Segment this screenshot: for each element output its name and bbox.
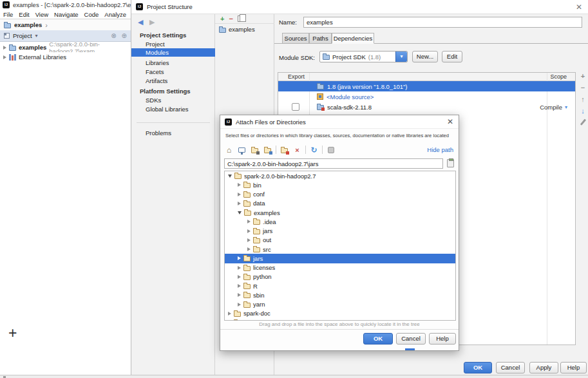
new-sdk-button[interactable]: New... (412, 51, 438, 62)
resize-grip[interactable] (405, 348, 415, 350)
cancel-button[interactable]: Cancel (396, 333, 426, 345)
tree-item-python[interactable]: python (225, 272, 455, 281)
dependency-row-module-source[interactable]: <Module source> (278, 91, 575, 102)
sidebar-item-sdks[interactable]: SDKs (131, 96, 215, 104)
tree-item-jars[interactable]: jars (225, 227, 455, 236)
sidebar-item-global-libraries[interactable]: Global Libraries (131, 105, 215, 113)
tab-dependencies[interactable]: Dependencies (332, 33, 374, 44)
back-arrow-icon[interactable]: ◀ (138, 18, 143, 26)
expand-arrow-icon[interactable] (247, 220, 251, 223)
collapse-arrow-icon[interactable] (228, 175, 232, 178)
show-hidden-icon[interactable] (326, 145, 336, 155)
tree-item-data[interactable]: data (225, 199, 455, 208)
clipboard-icon[interactable] (447, 159, 454, 167)
expand-arrow-icon[interactable] (238, 202, 241, 205)
tree-item-spark-2.0.0-bin-hadoop2.7[interactable]: spark-2.0.0-bin-hadoop2.7 (225, 171, 455, 180)
dependency-row-jdk[interactable]: 1.8 (java version "1.8.0_101") (278, 81, 575, 91)
close-icon[interactable]: ✕ (576, 3, 582, 12)
expand-arrow-icon[interactable] (247, 247, 251, 251)
edit-sdk-button[interactable]: Edit (442, 51, 462, 62)
menu-file[interactable]: File (3, 11, 13, 18)
move-down-icon[interactable]: ↓ (578, 107, 587, 115)
breadcrumb-item[interactable]: examples (14, 21, 42, 28)
tree-item-spark-doc[interactable]: spark-doc (225, 309, 455, 318)
tree-item-src[interactable]: src (225, 245, 455, 254)
dependency-row-scala-sdk[interactable]: scala-sdk-2.11.8 Compile ▾ (278, 102, 575, 112)
expand-arrow-icon[interactable] (3, 55, 6, 59)
project-panel-title[interactable]: Project (13, 32, 32, 39)
scope-select[interactable]: Compile ▾ (540, 104, 567, 111)
tab-paths[interactable]: Paths (309, 33, 332, 44)
project-tree-item-examples[interactable]: examples C:\spark-2.0.0-bin-hadoop2.7\ex… (0, 43, 131, 52)
cancel-button[interactable]: Cancel (496, 362, 525, 373)
apply-button[interactable]: Apply (529, 362, 558, 373)
new-folder-icon[interactable] (250, 145, 260, 155)
add-icon[interactable]: + (220, 15, 224, 23)
expand-arrow-icon[interactable] (3, 46, 6, 50)
tree-item-jars[interactable]: jars (225, 254, 455, 263)
tree-item-sbin[interactable]: sbin (225, 290, 455, 299)
ok-button[interactable]: OK (363, 333, 393, 345)
menu-navigate[interactable]: Navigate (54, 11, 79, 18)
delete-icon[interactable]: × (292, 145, 302, 155)
sidebar-item-modules[interactable]: Modules (131, 48, 215, 57)
ok-button[interactable]: OK (464, 362, 492, 373)
remove-icon[interactable]: − (578, 84, 587, 91)
export-checkbox[interactable] (292, 103, 299, 111)
refresh-icon[interactable]: ↻ (309, 145, 319, 155)
expand-arrow-icon[interactable] (247, 238, 251, 242)
tree-item-partial[interactable] (225, 318, 455, 321)
tree-item-.idea[interactable]: .idea (225, 217, 455, 226)
desktop-icon[interactable] (237, 145, 247, 155)
hide-path-link[interactable]: Hide path (427, 146, 453, 153)
sidebar-item-problems[interactable]: Problems (131, 129, 215, 137)
expand-arrow-icon[interactable] (228, 312, 231, 316)
sidebar-item-artifacts[interactable]: Artifacts (131, 77, 215, 85)
tree-item-bin[interactable]: bin (225, 180, 455, 189)
tree-item-conf[interactable]: conf (225, 190, 455, 199)
menu-edit[interactable]: Edit (19, 11, 29, 18)
expand-arrow-icon[interactable] (238, 183, 241, 187)
chevron-down-icon[interactable]: ▾ (35, 33, 38, 39)
tree-item-examples[interactable]: examples (225, 208, 455, 217)
name-input[interactable]: examples (303, 17, 582, 28)
close-icon[interactable]: ✕ (447, 117, 453, 126)
tree-item-yarn[interactable]: yarn (225, 300, 455, 309)
expand-arrow-icon[interactable] (238, 275, 241, 279)
sidebar-item-libraries[interactable]: Libraries (131, 59, 215, 67)
menu-code[interactable]: Code (84, 11, 99, 18)
move-up-icon[interactable]: ↑ (578, 95, 587, 103)
expand-arrow-icon[interactable] (238, 303, 241, 307)
expand-arrow-icon[interactable] (238, 256, 241, 260)
edit-icon[interactable] (578, 118, 587, 127)
tree-item-licenses[interactable]: licenses (225, 263, 455, 272)
close-circle-icon[interactable]: ⊗ (111, 33, 116, 39)
menu-analyze[interactable]: Analyze (104, 11, 126, 18)
help-button[interactable]: Help (429, 333, 456, 345)
module-sdk-select[interactable]: Project SDK (1.8) ▾ (319, 51, 408, 62)
expand-arrow-icon[interactable] (247, 229, 251, 233)
copy-folder-icon[interactable] (263, 145, 272, 155)
copy-icon[interactable] (238, 15, 243, 22)
sidebar-item-project[interactable]: Project (131, 40, 215, 48)
expand-arrow-icon[interactable] (238, 193, 241, 196)
delete-folder-icon[interactable] (280, 145, 289, 155)
path-input[interactable]: C:\spark-2.0.0-bin-hadoop2.7\jars (224, 158, 443, 169)
collapse-arrow-icon[interactable] (238, 211, 242, 214)
expand-arrow-icon[interactable] (238, 284, 241, 288)
tree-item-out[interactable]: out (225, 236, 455, 245)
module-list-item-examples[interactable]: examples (219, 26, 255, 33)
sidebar-item-facets[interactable]: Facets (131, 68, 215, 76)
expand-arrow-icon[interactable] (238, 266, 241, 270)
remove-icon[interactable]: − (229, 15, 232, 23)
tree-item-R[interactable]: R (225, 281, 455, 290)
home-icon[interactable]: ⌂ (224, 145, 234, 155)
menu-view[interactable]: View (35, 11, 48, 18)
add-icon[interactable]: + (578, 72, 587, 80)
forward-arrow-icon[interactable]: ▶ (149, 18, 155, 26)
project-tree-item-external-libraries[interactable]: External Libraries (0, 52, 131, 62)
help-button[interactable]: Help (560, 362, 587, 373)
crosshair-icon[interactable]: ⊕ (122, 33, 127, 39)
expand-arrow-icon[interactable] (238, 293, 241, 297)
tab-sources[interactable]: Sources (282, 33, 309, 44)
